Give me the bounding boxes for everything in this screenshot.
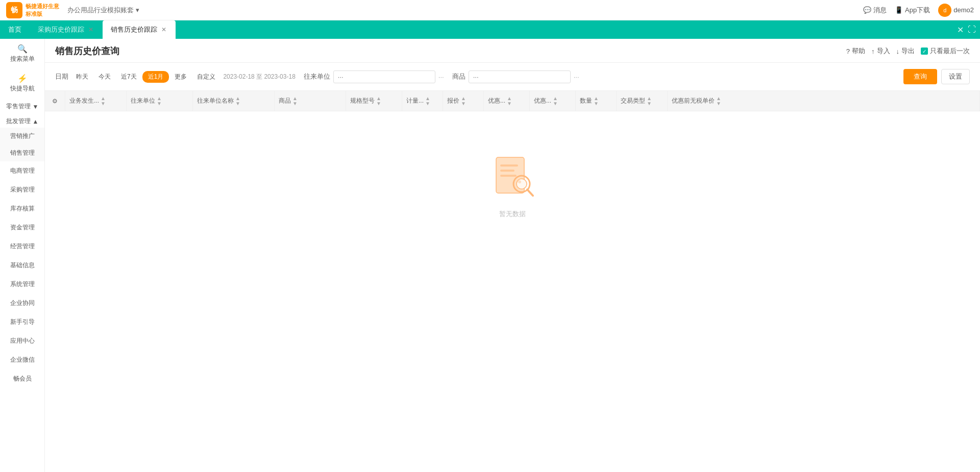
sidebar-item-purchase[interactable]: 采购管理 — [0, 180, 44, 199]
tab-bar-right: ✕ ⛶ — [957, 25, 980, 35]
logo-text: 畅捷通好生意 标准版 — [26, 3, 59, 17]
date-btn-last1m[interactable]: 近1月 — [142, 71, 169, 83]
svg-point-5 — [517, 179, 527, 189]
sort-icon-unit-code: ▲▼ — [157, 96, 162, 106]
avatar: d — [938, 4, 951, 17]
sidebar-item-inventory[interactable]: 库存核算 — [0, 199, 44, 218]
date-buttons: 昨天 今天 近7天 近1月 更多 自定义 — [71, 71, 220, 83]
date-btn-today[interactable]: 今天 — [94, 71, 115, 83]
supplier-filter-label: 往来单位 — [304, 72, 330, 81]
sidebar-item-retail[interactable]: 零售管理 ▼ — [0, 98, 44, 113]
sidebar-item-shortcut[interactable]: ⚡ 快捷导航 — [0, 68, 44, 98]
th-product[interactable]: 商品 ▲▼ — [275, 91, 346, 111]
th-settings[interactable]: ⚙ — [45, 91, 65, 111]
product-filter-label: 商品 — [452, 72, 465, 81]
logo-icon: 畅 — [6, 2, 22, 18]
sidebar-item-new-guide[interactable]: 新手引导 — [0, 313, 44, 332]
date-filter-group: 日期 昨天 今天 近7天 近1月 更多 自定义 2023-02-18 至 202… — [55, 71, 296, 83]
th-date[interactable]: 业务发生... ▲▼ — [65, 91, 127, 111]
sidebar-item-app-center[interactable]: 应用中心 — [0, 332, 44, 350]
help-button[interactable]: ? 帮助 — [846, 46, 865, 56]
shortcut-icon: ⚡ — [17, 74, 28, 83]
sidebar-item-ecommerce[interactable]: 电商管理 — [0, 161, 44, 180]
top-bar-left: 畅 畅捷通好生意 标准版 办公用品行业模拟账套 ▾ — [6, 2, 143, 18]
empty-text: 暂无数据 — [499, 209, 526, 219]
tab-purchase-history[interactable]: 采购历史价跟踪 ✕ — [30, 20, 103, 39]
sort-icon-product: ▲▼ — [292, 96, 298, 106]
last-only-checkbox[interactable] — [921, 48, 928, 55]
sort-icon-date: ▲▼ — [101, 96, 106, 106]
top-bar: 畅 畅捷通好生意 标准版 办公用品行业模拟账套 ▾ 💬 消息 📱 App下载 d… — [0, 0, 980, 20]
setting-button[interactable]: 设置 — [941, 69, 970, 84]
th-trade-type[interactable]: 交易类型 ▲▼ — [617, 91, 668, 111]
date-range-display: 2023-02-18 至 2023-03-18 — [223, 73, 295, 81]
th-unit[interactable]: 计量... ▲▼ — [402, 91, 443, 111]
tab-close-all-button[interactable]: ✕ — [957, 25, 964, 35]
supplier-input[interactable] — [333, 70, 435, 83]
th-discount1[interactable]: 优惠... ▲▼ — [484, 91, 530, 111]
date-btn-last7[interactable]: 近7天 — [116, 71, 141, 83]
main-layout: 🔍 搜索菜单 ⚡ 快捷导航 零售管理 ▼ 批发管理 ▲ 营销推广 销售管理 电商… — [0, 39, 980, 472]
import-icon: ↑ — [871, 48, 875, 55]
sidebar-sub-wholesale: 营销推广 销售管理 — [0, 128, 44, 161]
table-area: ⚙ 业务发生... ▲▼ 往来单位 ▲▼ 往来单位名称 ▲▼ 商品 ▲▼ — [45, 91, 980, 472]
date-btn-custom[interactable]: 自定义 — [192, 71, 220, 83]
th-notax-price[interactable]: 优惠前无税单价 ▲▼ — [668, 91, 980, 111]
sidebar-item-operations[interactable]: 经营管理 — [0, 237, 44, 256]
page-header: 销售历史价查询 ? 帮助 ↑ 导入 ↓ 导出 — [45, 39, 980, 63]
product-input[interactable] — [469, 70, 571, 83]
sort-icon-price: ▲▼ — [461, 96, 466, 106]
table-header: ⚙ 业务发生... ▲▼ 往来单位 ▲▼ 往来单位名称 ▲▼ 商品 ▲▼ — [45, 91, 980, 111]
chevron-down-icon: ▾ — [136, 6, 139, 14]
th-unit-code[interactable]: 往来单位 ▲▼ — [127, 91, 193, 111]
date-btn-yesterday[interactable]: 昨天 — [71, 71, 93, 83]
tab-purchase-history-close[interactable]: ✕ — [87, 26, 94, 33]
tab-sales-history-close[interactable]: ✕ — [160, 26, 167, 33]
filter-actions: 查询 设置 — [903, 69, 970, 84]
sort-icon-qty: ▲▼ — [594, 96, 599, 106]
sort-icon-unit-name: ▲▼ — [235, 96, 240, 106]
sidebar-item-basic[interactable]: 基础信息 — [0, 256, 44, 275]
product-filter-group: 商品 ··· — [452, 70, 579, 83]
svg-rect-2 — [500, 170, 514, 172]
export-button[interactable]: ↓ 导出 — [896, 46, 915, 56]
tab-sales-history[interactable]: 销售历史价跟踪 ✕ — [103, 20, 176, 39]
sidebar-item-marketing[interactable]: 营销推广 — [0, 128, 44, 145]
tab-home[interactable]: 首页 — [0, 20, 30, 39]
sidebar-item-finance[interactable]: 资金管理 — [0, 218, 44, 237]
search-icon: 🔍 — [17, 44, 28, 54]
tab-fullscreen-button[interactable]: ⛶ — [968, 25, 976, 34]
tab-bar: 首页 采购历史价跟踪 ✕ 销售历史价跟踪 ✕ ✕ ⛶ — [0, 20, 980, 39]
sidebar-item-wholesale[interactable]: 批发管理 ▲ — [0, 113, 44, 128]
th-spec[interactable]: 规格型号 ▲▼ — [346, 91, 402, 111]
query-button[interactable]: 查询 — [903, 69, 937, 84]
sidebar-item-search[interactable]: 🔍 搜索菜单 — [0, 39, 44, 68]
date-btn-more[interactable]: 更多 — [170, 71, 191, 83]
sidebar-item-sales-mgmt[interactable]: 销售管理 — [0, 145, 44, 161]
empty-icon — [487, 152, 538, 203]
settings-gear-icon: ⚙ — [52, 98, 58, 105]
message-button[interactable]: 💬 消息 — [863, 6, 887, 15]
app-download-button[interactable]: 📱 App下载 — [895, 6, 930, 15]
phone-icon: 📱 — [895, 6, 903, 14]
th-unit-name[interactable]: 往来单位名称 ▲▼ — [193, 91, 275, 111]
sidebar-item-member[interactable]: 畅会员 — [0, 369, 44, 388]
th-discount2[interactable]: 优惠... ▲▼ — [530, 91, 576, 111]
last-only-checkbox-area[interactable]: 只看最后一次 — [921, 46, 970, 56]
page-title: 销售历史价查询 — [55, 45, 119, 57]
chevron-up-icon: ▲ — [33, 118, 39, 125]
user-menu[interactable]: d demo2 — [938, 4, 974, 17]
help-icon: ? — [846, 48, 850, 55]
th-qty[interactable]: 数量 ▲▼ — [576, 91, 617, 111]
import-button[interactable]: ↑ 导入 — [871, 46, 890, 56]
sort-icon-discount2: ▲▼ — [553, 96, 558, 106]
app-selector[interactable]: 办公用品行业模拟账套 ▾ — [63, 4, 143, 17]
logo-area: 畅 畅捷通好生意 标准版 — [6, 2, 59, 18]
sidebar-item-system[interactable]: 系统管理 — [0, 275, 44, 294]
sidebar-item-enterprise-wechat[interactable]: 企业微信 — [0, 350, 44, 369]
page-actions: ? 帮助 ↑ 导入 ↓ 导出 只看最后一次 — [846, 46, 970, 56]
sidebar-item-enterprise-collab[interactable]: 企业协同 — [0, 294, 44, 313]
sort-icon-spec: ▲▼ — [376, 96, 381, 106]
th-price[interactable]: 报价 ▲▼ — [443, 91, 484, 111]
svg-point-7 — [518, 180, 521, 183]
